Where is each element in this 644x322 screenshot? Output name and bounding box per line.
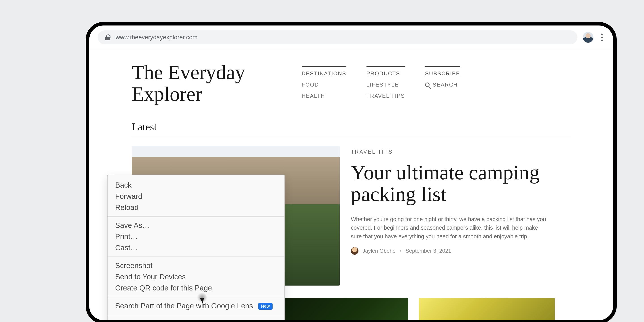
browser-viewport: www.theeverydayexplorer.com The Everyday… — [89, 26, 613, 320]
profile-avatar[interactable] — [583, 32, 594, 43]
nav-lifestyle[interactable]: LIFESTYLE — [366, 81, 405, 88]
url-bar[interactable]: www.theeverydayexplorer.com — [98, 30, 577, 44]
article-category: TRAVEL TIPS — [351, 149, 571, 155]
section-latest: Latest — [132, 121, 571, 136]
nav-food[interactable]: FOOD — [302, 81, 346, 88]
nav-products[interactable]: PRODUCTS — [366, 66, 405, 77]
site-nav: DESTINATIONS FOOD HEALTH PRODUCTS LIFEST… — [302, 62, 460, 99]
mouse-cursor — [197, 292, 207, 303]
article-date: September 3, 2021 — [406, 248, 451, 254]
search-icon — [425, 82, 430, 87]
ctx-cast[interactable]: Cast… — [108, 242, 284, 253]
page-content: The Everyday Explorer DESTINATIONS FOOD … — [89, 50, 613, 320]
ctx-send-devices[interactable]: Send to Your Devices — [108, 271, 284, 282]
thumb-2[interactable] — [275, 298, 408, 320]
thumb-3[interactable] — [419, 298, 555, 320]
ctx-screenshot[interactable]: Screenshot — [108, 260, 284, 271]
ctx-google-lens[interactable]: Search Part of the Page with Google Lens… — [108, 300, 284, 312]
nav-health[interactable]: HEALTH — [302, 92, 346, 99]
browser-toolbar: www.theeverydayexplorer.com — [89, 26, 613, 50]
context-menu: Back Forward Reload Save As… Print… Cast… — [107, 175, 285, 320]
ctx-view-source[interactable]: View page Source — [108, 318, 284, 320]
ctx-reload[interactable]: Reload — [108, 202, 284, 213]
device-frame: www.theeverydayexplorer.com The Everyday… — [86, 22, 617, 322]
ctx-forward[interactable]: Forward — [108, 191, 284, 202]
nav-search[interactable]: SEARCH — [425, 81, 460, 88]
url-text: www.theeverydayexplorer.com — [116, 34, 198, 41]
ctx-back[interactable]: Back — [108, 180, 284, 191]
nav-search-label: SEARCH — [433, 82, 458, 88]
article-title: Your ultimate camping packing list — [351, 162, 571, 205]
author-avatar — [351, 247, 358, 255]
ctx-google-lens-label: Search Part of the Page with Google Lens — [115, 302, 253, 310]
article-byline: Jaylen Gbeho • September 3, 2021 — [351, 247, 571, 255]
ctx-qr-code[interactable]: Create QR code for this Page — [108, 282, 284, 294]
nav-travel-tips[interactable]: TRAVEL TIPS — [366, 92, 405, 99]
article-summary: Whether you're going for one night or th… — [351, 215, 548, 241]
site-title: The Everyday Explorer — [132, 62, 275, 105]
nav-destinations[interactable]: DESTINATIONS — [302, 66, 346, 77]
article-author: Jaylen Gbeho — [362, 248, 396, 254]
browser-menu-icon[interactable] — [599, 34, 605, 41]
ctx-save-as[interactable]: Save As… — [108, 220, 284, 231]
nav-subscribe[interactable]: SUBSCRIBE — [425, 66, 460, 77]
new-badge: New — [258, 303, 272, 310]
lock-icon — [105, 34, 110, 40]
ctx-print[interactable]: Print… — [108, 231, 284, 242]
